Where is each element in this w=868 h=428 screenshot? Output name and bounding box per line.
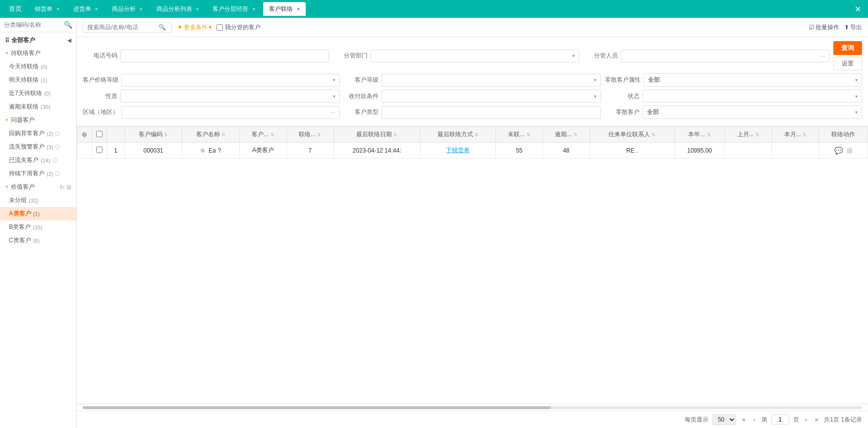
- sidebar-item-7days[interactable]: 近7天待联络 (0): [0, 87, 76, 100]
- cell-settings: [77, 143, 92, 159]
- phone-input[interactable]: [120, 50, 329, 62]
- next-page-button[interactable]: ›: [803, 415, 809, 424]
- close-icon[interactable]: ×: [297, 6, 300, 12]
- nav-tab-sales[interactable]: 销货单 ×: [29, 2, 65, 16]
- status-input[interactable]: ▾: [643, 90, 862, 103]
- nav-tab-customer-contact[interactable]: 客户联络 ×: [263, 2, 306, 16]
- horizontal-scrollbar[interactable]: [77, 404, 868, 411]
- sidebar-item-class-c[interactable]: C类客户 (6): [0, 234, 76, 247]
- cell-unit-contact: RE .: [590, 143, 674, 159]
- window-close-button[interactable]: ✕: [852, 4, 864, 14]
- prev-page-button[interactable]: ‹: [752, 415, 758, 424]
- filter-field-retail-attr: 零散客户属性 全部 ▾: [605, 73, 862, 87]
- th-last-method[interactable]: 最后联络方式 ⇅: [420, 127, 496, 143]
- sidebar-item-declining[interactable]: 持续下滑客户 (2) ⓘ: [0, 167, 76, 180]
- customer-tier-input[interactable]: ▾: [381, 74, 601, 87]
- th-name[interactable]: 客户名称 ⇅: [182, 127, 240, 143]
- close-icon[interactable]: ×: [196, 6, 199, 12]
- sidebar-item-class-a[interactable]: A类客户 (1): [0, 207, 76, 220]
- table-area: ⚙ 客户编码 ⇅ 客户名称 ⇅ 客户... ⇅ 联络... ⇅ 最后联络日期 ⇅…: [77, 126, 868, 404]
- sidebar-item-class-b[interactable]: B类客户 (33): [0, 220, 76, 234]
- region-input[interactable]: ···: [121, 106, 340, 119]
- filter-field-retail-customer: 零散客户 全部 ▾: [605, 106, 862, 119]
- settings-button[interactable]: 设置: [833, 57, 862, 70]
- search-icon[interactable]: 🔍: [159, 24, 166, 31]
- last-page-button[interactable]: »: [813, 415, 820, 424]
- sidebar-item-warning[interactable]: 流失预警客户 (3) ⓘ: [0, 140, 76, 154]
- close-icon[interactable]: ×: [95, 6, 98, 12]
- filter-bar: 🔍 ▼ 更多条件 ▾ 我分管的客户 ☑ 批量操作 ⬆ 导出: [77, 18, 868, 37]
- cell-checkbox[interactable]: [92, 143, 107, 159]
- sidebar-group-pending[interactable]: ▼ 待联络客户: [0, 47, 76, 60]
- refresh-icon[interactable]: ↻: [59, 184, 64, 191]
- sidebar-item-tomorrow[interactable]: 明天待联络 (1): [0, 73, 76, 87]
- info-icon: ⓘ: [53, 157, 57, 164]
- customer-type-input[interactable]: [381, 106, 601, 119]
- triangle-icon: ▼: [5, 118, 9, 122]
- th-overdue[interactable]: 逾期... ⇅: [542, 127, 590, 143]
- person-input[interactable]: ···: [621, 50, 829, 62]
- per-page-select[interactable]: 50: [712, 414, 736, 425]
- cell-category: A类客户: [240, 143, 287, 159]
- sidebar-group-value[interactable]: ▼ 价值客户 ↻ ⊞: [0, 180, 76, 194]
- page-number-input[interactable]: [771, 415, 789, 425]
- close-icon[interactable]: ×: [140, 6, 143, 12]
- search-input[interactable]: [87, 24, 157, 31]
- filter-field-phone: 电话号码: [83, 50, 329, 62]
- th-checkbox[interactable]: [92, 127, 107, 143]
- first-page-button[interactable]: «: [740, 415, 748, 424]
- settings-icon[interactable]: ⊞: [66, 184, 71, 191]
- th-last-date[interactable]: 最后联络日期 ⇅: [333, 127, 420, 143]
- my-customers-checkbox[interactable]: 我分管的客户: [217, 23, 261, 32]
- sidebar: 🔍 ⠿ 全部客户 ◀ ▼ 待联络客户 今天待联络 (0) 明天待联络 (1) 近…: [0, 18, 77, 428]
- collapse-icon[interactable]: ◀: [67, 38, 71, 43]
- scroll-track[interactable]: [83, 406, 862, 409]
- filter-field-dept: 分管部门 ▾: [333, 50, 579, 62]
- chat-icon[interactable]: 💬: [834, 147, 843, 155]
- sidebar-item-overdue[interactable]: 逾期未联络 (30): [0, 100, 76, 113]
- nav-tab-customer-tier[interactable]: 客户分层经营 ×: [207, 2, 261, 16]
- th-contact[interactable]: 联络... ⇅: [286, 127, 333, 143]
- sidebar-group-problem[interactable]: ▼ 问题客户: [0, 113, 76, 127]
- sidebar-item-unclassified[interactable]: 未分组 (32): [0, 194, 76, 207]
- more-filters-button[interactable]: ▼ 更多条件 ▾: [177, 23, 212, 32]
- chevron-down-icon: ▾: [855, 77, 858, 83]
- th-unit-contact[interactable]: 往来单位联系人 ⇅: [590, 127, 674, 143]
- th-action[interactable]: 联络动作: [819, 127, 868, 143]
- th-this-year[interactable]: 本年... ⇅: [674, 127, 725, 143]
- filter-field-customer-type: 客户类型: [344, 106, 601, 119]
- top-nav: 首页 销货单 × 进货单 × 商品分析 × 商品分析列表 × 客户分层经营 × …: [0, 0, 868, 18]
- retail-customer-input[interactable]: 全部 ▾: [643, 106, 862, 119]
- th-category[interactable]: 客户... ⇅: [240, 127, 287, 143]
- payment-input[interactable]: ▾: [381, 90, 601, 103]
- th-last-month[interactable]: 上月... ⇅: [725, 127, 772, 143]
- export-icon: ⬆: [844, 24, 849, 31]
- nav-home[interactable]: 首页: [4, 4, 27, 13]
- batch-ops-button[interactable]: ☑ 批量操作: [809, 23, 839, 32]
- retail-attr-input[interactable]: 全部 ▾: [644, 73, 862, 87]
- sidebar-search-input[interactable]: [4, 21, 62, 28]
- sidebar-item-abnormal[interactable]: 回购异常客户 (2) ⓘ: [0, 127, 76, 140]
- th-this-month[interactable]: 本月... ⇅: [772, 127, 819, 143]
- th-not-contacted[interactable]: 未联... ⇅: [496, 127, 543, 143]
- nav-tab-purchase[interactable]: 进货单 ×: [67, 2, 104, 16]
- nav-tab-analysis[interactable]: 商品分析 ×: [106, 2, 149, 16]
- sidebar-item-lost[interactable]: 已流失客户 (24) ⓘ: [0, 154, 76, 167]
- dept-input[interactable]: ▾: [371, 50, 579, 62]
- all-customers-header[interactable]: ⠿ 全部客户 ◀: [0, 32, 76, 47]
- sidebar-search-icon[interactable]: 🔍: [64, 21, 72, 29]
- price-tier-input[interactable]: ▾: [121, 74, 340, 87]
- close-icon[interactable]: ×: [56, 6, 59, 12]
- cell-last-method[interactable]: 下销货单: [420, 143, 496, 159]
- th-settings[interactable]: ⚙: [77, 127, 92, 143]
- nav-tab-analysis-list[interactable]: 商品分析列表 ×: [151, 2, 205, 16]
- filter-row-3: 性质 ▾ 收付款条件 ▾ 状态: [83, 90, 862, 103]
- sidebar-item-today[interactable]: 今天待联络 (0): [0, 60, 76, 73]
- link-icon[interactable]: ⊞: [847, 147, 853, 155]
- close-icon[interactable]: ×: [252, 6, 255, 12]
- export-button[interactable]: ⬆ 导出: [844, 23, 862, 32]
- query-button[interactable]: 查询: [833, 41, 862, 55]
- th-code[interactable]: 客户编码 ⇅: [125, 127, 182, 143]
- scroll-thumb[interactable]: [83, 406, 550, 409]
- nature-input[interactable]: ▾: [120, 90, 340, 103]
